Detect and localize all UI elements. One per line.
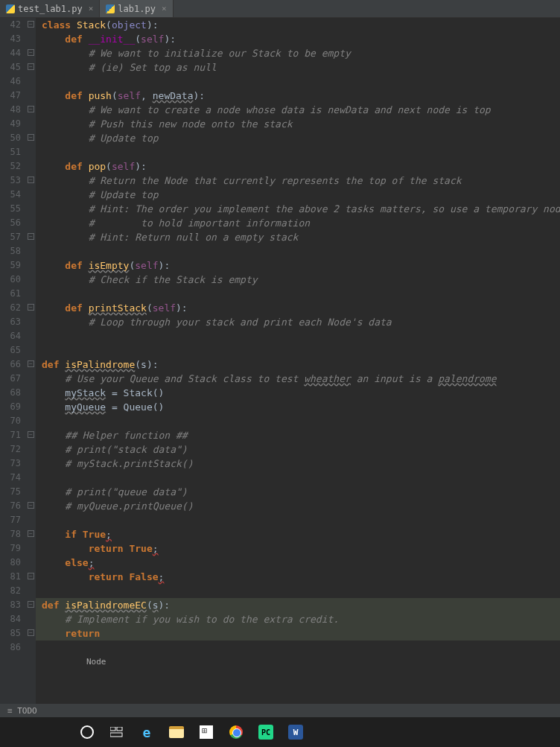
code-line[interactable] — [42, 584, 560, 598]
fold-open-icon[interactable]: − — [28, 49, 34, 56]
fold-close-icon[interactable]: − — [28, 304, 34, 311]
line-number: 44 — [0, 46, 21, 60]
fold-close-icon[interactable]: − — [28, 629, 34, 636]
line-number: 81 — [0, 570, 21, 584]
line-number: 48 — [0, 103, 21, 117]
code-line[interactable]: else; — [42, 556, 560, 570]
close-icon[interactable]: × — [162, 4, 167, 13]
code-line[interactable]: # print("stack data") — [42, 442, 560, 457]
fold-close-icon[interactable]: − — [28, 134, 34, 141]
cortana-icon[interactable] — [74, 719, 100, 745]
editor-tabs: test_lab1.py × lab1.py × — [0, 0, 560, 18]
code-line[interactable]: return — [42, 626, 560, 640]
word-icon[interactable]: W — [283, 719, 308, 745]
code-line[interactable]: # Update top — [42, 188, 560, 202]
code-line[interactable]: myQueue = Queue() — [42, 400, 560, 414]
line-number: 61 — [0, 287, 21, 301]
code-line[interactable]: # Check if the Stack is empty — [42, 273, 560, 287]
code-line[interactable]: def push(self, newData): — [42, 89, 560, 103]
line-number: 54 — [0, 188, 21, 202]
explorer-icon[interactable] — [164, 719, 189, 745]
code-line[interactable] — [42, 287, 560, 301]
task-view-icon[interactable] — [104, 719, 130, 745]
fold-open-icon[interactable]: − — [28, 601, 34, 608]
todo-tool[interactable]: ≡ TODO — [7, 706, 37, 716]
code-line[interactable]: # to hold important information — [42, 216, 560, 230]
code-line[interactable]: # Return the Node that currently represe… — [42, 174, 560, 188]
line-number: 74 — [0, 471, 21, 485]
code-line[interactable]: # We want to initialize our Stack to be … — [42, 46, 560, 60]
fold-open-icon[interactable]: − — [28, 530, 34, 537]
code-line[interactable] — [42, 471, 560, 485]
code-line[interactable]: # Implement if you wish to do the extra … — [42, 612, 560, 626]
code-line[interactable] — [42, 343, 560, 357]
code-line[interactable]: # Loop through your stack and print each… — [42, 315, 560, 329]
code-line[interactable]: # myStack.printStack() — [42, 457, 560, 471]
code-line[interactable] — [42, 74, 560, 89]
breadcrumb[interactable]: Node — [42, 655, 560, 669]
line-number: 72 — [0, 442, 21, 457]
code-line[interactable]: # We want to create a node whose data is… — [42, 103, 560, 117]
line-number: 82 — [0, 584, 21, 598]
fold-close-icon[interactable]: − — [28, 63, 34, 70]
line-number: 58 — [0, 244, 21, 258]
pycharm-icon[interactable]: PC — [253, 719, 279, 745]
code-area[interactable]: class Stack(object): def __init__(self):… — [36, 18, 560, 704]
code-line[interactable] — [42, 244, 560, 258]
code-line[interactable] — [42, 414, 560, 428]
code-line[interactable]: myStack = Stack() — [42, 386, 560, 400]
code-editor[interactable]: 4243444546474849505152535455565758596061… — [0, 18, 560, 704]
code-line[interactable]: def __init__(self): — [42, 32, 560, 46]
code-line[interactable]: # print("queue data") — [42, 485, 560, 499]
line-number: 53 — [0, 174, 21, 188]
line-number: 69 — [0, 400, 21, 414]
tab-lab1[interactable]: lab1.py × — [100, 0, 173, 17]
code-line[interactable]: return True; — [42, 541, 560, 556]
fold-open-icon[interactable]: − — [28, 21, 34, 28]
fold-open-icon[interactable]: − — [28, 360, 34, 367]
fold-close-icon[interactable]: − — [28, 502, 34, 509]
svg-rect-1 — [117, 727, 122, 731]
line-number: 66 — [0, 357, 21, 372]
code-line[interactable]: def isPalindrome(s): — [42, 357, 560, 372]
line-number-gutter: 4243444546474849505152535455565758596061… — [0, 18, 27, 704]
line-number: 70 — [0, 414, 21, 428]
fold-open-icon[interactable]: − — [28, 431, 34, 438]
status-bar: ≡ TODO — [0, 704, 560, 717]
code-line[interactable]: def pop(self): — [42, 159, 560, 174]
code-line[interactable] — [42, 513, 560, 527]
edge-icon[interactable]: e — [134, 719, 159, 745]
line-number: 55 — [0, 202, 21, 216]
code-line[interactable]: return False; — [42, 570, 560, 584]
code-line[interactable]: # Hint: The order you implement the abov… — [42, 202, 560, 216]
code-line[interactable]: def isEmpty(self): — [42, 258, 560, 273]
code-line[interactable]: class Stack(object): — [42, 18, 560, 32]
fold-gutter: −−−−−−−−−−−−−−− — [27, 18, 36, 704]
store-icon[interactable] — [194, 719, 219, 745]
code-line[interactable] — [42, 329, 560, 343]
code-line[interactable] — [42, 640, 560, 655]
close-icon[interactable]: × — [89, 4, 94, 13]
code-line[interactable]: # (ie) Set top as null — [42, 60, 560, 74]
code-line[interactable]: def printStack(self): — [42, 301, 560, 315]
line-number: 86 — [0, 640, 21, 655]
fold-open-icon[interactable]: − — [28, 106, 34, 112]
line-number: 50 — [0, 131, 21, 145]
code-line[interactable]: if True; — [42, 527, 560, 541]
code-line[interactable]: # Use your Queue and Stack class to test… — [42, 372, 560, 386]
tab-test-lab1[interactable]: test_lab1.py × — [0, 0, 100, 17]
fold-close-icon[interactable]: − — [28, 573, 34, 579]
code-line[interactable] — [42, 145, 560, 159]
code-line[interactable]: ## Helper function ## — [42, 428, 560, 442]
fold-open-icon[interactable]: − — [28, 177, 34, 183]
line-number: 46 — [0, 74, 21, 89]
line-number: 64 — [0, 329, 21, 343]
code-line[interactable]: # Update top — [42, 131, 560, 145]
code-line[interactable]: # myQueue.printQueue() — [42, 499, 560, 513]
code-line[interactable]: def isPalindromeEC(s): — [42, 598, 560, 612]
code-line[interactable]: # Hint: Return null on a empty stack — [42, 230, 560, 244]
fold-close-icon[interactable]: − — [28, 233, 34, 240]
line-number: 79 — [0, 541, 21, 556]
code-line[interactable]: # Push this new node onto the stack — [42, 117, 560, 131]
chrome-icon[interactable] — [223, 719, 249, 745]
